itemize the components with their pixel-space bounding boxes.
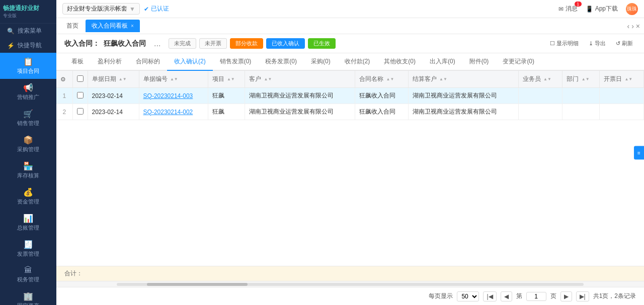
search-icon: 🔍 [7,28,15,35]
project-icon: 📋 [23,57,33,66]
table-wrapper[interactable]: ⚙ 单据日期 ▲▼ 单据编号 ▲▼ [56,71,644,266]
quick-nav[interactable]: ⚡ 快捷导航 [0,38,56,53]
table-row[interactable]: 1 2023-02-14 SQ-20230214-003 狂飙 湖南卫视商业运营… [56,88,644,104]
table-row[interactable]: 2 2023-02-14 SQ-20230214-002 狂飙 湖南卫视商业运营… [56,104,644,120]
row-date-2: 2023-02-14 [88,104,139,120]
col-checkbox[interactable] [72,71,88,88]
tab-storage[interactable]: 出入库(0) [423,53,462,71]
col-billing-date[interactable]: 开票日 ▲▼ [600,71,644,88]
col-settings[interactable]: ⚙ [56,71,72,88]
status-incomplete[interactable]: 未完成 [169,38,196,49]
sidebar-item-funds[interactable]: 💰 资金管理 [0,183,56,210]
certified-check-icon: ✔ [144,6,149,13]
row-contractname-2: 狂飙收入合同 [355,104,408,120]
sidebar-item-tax[interactable]: 🏛 税务管理 [0,262,56,287]
refresh-btn[interactable]: ↺ 刷新 [613,39,636,48]
tab-changes[interactable]: 变更记录(0) [496,53,541,71]
app-download-btn[interactable]: 📱 App下载 [586,5,618,13]
message-btn[interactable]: ✉ 1 消息 [558,5,578,13]
sidebar-item-invoice[interactable]: 🧾 发票管理 [0,236,56,262]
status-buttons: 未完成 未开票 部分收款 已收入确认 已生效 [169,38,336,49]
dropdown-icon: ▼ [129,6,135,13]
prev-page-btn[interactable]: ◀ [501,291,512,301]
select-all-checkbox[interactable] [77,75,84,82]
row-date-1: 2023-02-14 [88,88,139,104]
sidebar-item-inventory[interactable]: 🏪 库存核算 [0,157,56,183]
sidebar-item-ledger[interactable]: 📊 总账管理 [0,210,56,236]
tab-purchase[interactable]: 采购(0) [304,53,338,71]
tab-close-icon[interactable]: × [636,22,640,30]
sort-date-icon: ▲▼ [119,77,127,81]
row-dept-2 [562,104,600,120]
tab-sales-invoice[interactable]: 销售发票(0) [213,53,259,71]
tab-attachment[interactable]: 附件(0) [462,53,496,71]
sidebar-item-sales[interactable]: 🛒 销售管理 [0,105,56,131]
tab-home[interactable]: 首页 [60,20,85,32]
show-detail-btn[interactable]: ☐ 显示明细 [547,39,582,48]
per-page-select[interactable]: 50 [457,291,479,301]
status-partial-payment[interactable]: 部分收款 [230,38,263,49]
next-page-btn[interactable]: ▶ [560,291,572,301]
first-page-btn[interactable]: |◀ [483,291,496,301]
col-customer[interactable]: 客户 ▲▼ [245,71,355,88]
tab-profit[interactable]: 盈利分析 [91,53,129,71]
status-uninvoiced[interactable]: 未开票 [199,38,227,49]
tab-other[interactable]: 其他收支(0) [377,53,423,71]
col-settle-customer[interactable]: 结算客户 ▲▼ [408,71,518,88]
tab-target[interactable]: 合同标的 [129,53,167,71]
user-avatar[interactable]: 珠珠 [626,3,638,15]
col-contract-name[interactable]: 合同名称 ▲▼ [355,71,408,88]
tab-kanban[interactable]: 看板 [64,53,91,71]
col-dept[interactable]: 部门 ▲▼ [562,71,600,88]
row-billno-2[interactable]: SQ-20230214-002 [139,104,208,120]
logo-area: 畅捷通好业财 专业版 [0,0,56,24]
close-tab-icon[interactable]: × [131,23,134,29]
header-action-buttons: ☐ 显示明细 ⤓ 导出 ↺ 刷新 [547,39,636,48]
settings-icon: ⚙ [60,76,66,83]
col-bill-no[interactable]: 单据编号 ▲▼ [139,71,208,88]
company-name: 好业财专业版演示帐套 [67,5,127,13]
table-area: ⚙ 单据日期 ▲▼ 单据编号 ▲▼ [56,71,644,305]
page-input[interactable] [526,292,546,301]
col-salesperson[interactable]: 业务员 ▲▼ [518,71,562,88]
more-options-btn[interactable]: ... [154,39,160,48]
row-checkbox-2[interactable] [72,104,88,120]
sidebar-item-purchase[interactable]: 📦 采购管理 [0,131,56,157]
col-date[interactable]: 单据日期 ▲▼ [88,71,139,88]
tab-tax-invoice[interactable]: 税务发票(0) [258,53,304,71]
search-menu[interactable]: 🔍 搜索菜单 [0,24,56,38]
invoice-icon: 🧾 [23,240,33,249]
tab-income-confirm[interactable]: 收入确认(2) [167,53,213,71]
data-table: ⚙ 单据日期 ▲▼ 单据编号 ▲▼ [56,71,644,120]
status-effective[interactable]: 已生效 [308,38,336,49]
horizontal-scrollbar[interactable] [56,281,644,287]
sidebar-item-marketing[interactable]: 📢 营销推广 [0,79,56,105]
phone-icon: 📱 [586,6,593,13]
tab-prev-icon[interactable]: ‹ [627,22,629,30]
row-settle-1: 湖南卫视商业运营发展有限公司 [408,88,518,104]
col-project[interactable]: 项目 ▲▼ [208,71,245,88]
sort-sales-icon: ▲▼ [543,77,551,81]
export-btn[interactable]: ⤓ 导出 [586,39,609,48]
topbar-right: ✉ 1 消息 📱 App下载 珠珠 [558,3,638,15]
row-billno-1[interactable]: SQ-20230214-003 [139,88,208,104]
sidebar-item-project[interactable]: 📋 项目合同 [0,53,56,79]
row-customer-2: 湖南卫视商业运营发展有限公司 [245,104,355,120]
contract-name: 狂飙收入合同 [104,39,146,48]
tab-next-icon[interactable]: › [631,22,634,30]
tab-income-contract[interactable]: 收入合同看板 × [86,20,140,32]
scrollbar-thumb[interactable] [147,283,248,286]
status-confirmed[interactable]: 已收入确认 [266,38,305,49]
scrollbar-track[interactable] [117,283,584,286]
refresh-icon: ↺ [616,40,620,47]
ledger-icon: 📊 [23,214,33,223]
tab-payment[interactable]: 收付款(2) [338,53,377,71]
sidebar-item-assets[interactable]: 🏢 固定资产 [0,287,56,305]
sales-icon: 🛒 [23,109,33,119]
last-page-btn[interactable]: ▶| [576,291,589,301]
assets-icon: 🏢 [23,291,33,301]
sort-billno-icon: ▲▼ [170,77,178,81]
company-selector[interactable]: 好业财专业版演示帐套 ▼ [62,3,140,15]
row-checkbox-1[interactable] [72,88,88,104]
right-float-button[interactable]: ≡ [634,146,644,159]
